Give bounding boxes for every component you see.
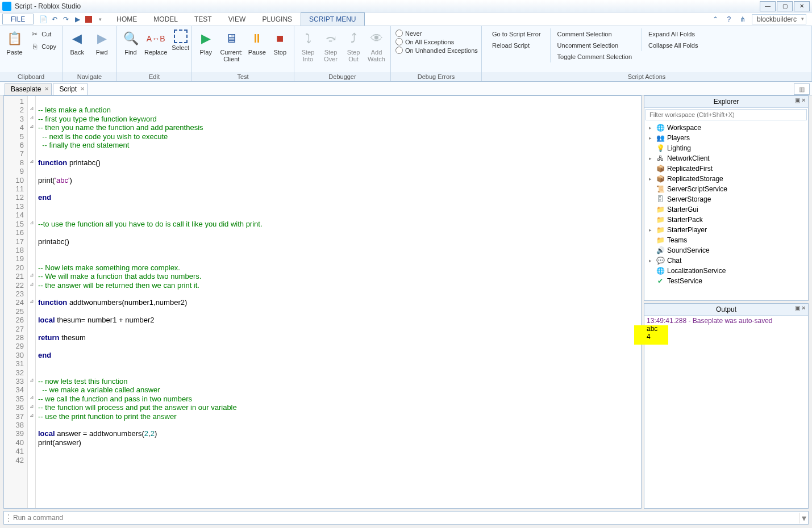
comment-selection[interactable]: Comment Selection [555,30,634,39]
tab-layout-icon[interactable]: ▥ [794,83,810,95]
output-line: 13:49:41.288 - Baseplate was auto-saved [647,317,806,325]
command-drop-icon[interactable]: ▾ [799,513,808,523]
menu-tab-view[interactable]: VIEW [220,12,255,26]
tree-node-startergui[interactable]: 📁StarterGui [646,204,807,215]
titlebar: Script - Roblox Studio — ▢ ✕ [0,0,812,12]
code-editor[interactable]: 1234567891011121314151617181920212223242… [3,95,642,509]
tree-node-serverscriptservice[interactable]: 📜ServerScriptService [646,184,807,194]
test-group-label: Test [192,72,294,81]
replace-button[interactable]: A↔BReplace [143,28,168,57]
current-client-button[interactable]: 🖥Current:Client [219,28,245,64]
add-watch-button[interactable]: 👁Add Watch [366,28,387,64]
tree-node-networkclient[interactable]: ▸🖧NetworkClient [646,153,807,164]
close-tab-icon[interactable]: ✕ [44,86,49,92]
close-button[interactable]: ✕ [794,1,810,11]
doctab-baseplate[interactable]: Baseplate✕ [5,83,52,95]
doctab-script[interactable]: Script✕ [53,83,88,95]
window-title: Script - Roblox Studio [15,2,81,10]
menu-tab-script-menu[interactable]: SCRIPT MENU [301,12,364,26]
scriptactions-group-label: Script Actions [482,72,811,81]
maximize-button[interactable]: ▢ [777,1,793,11]
grip-icon[interactable]: ⋮⋮ [4,513,11,523]
menu-bar: FILE 📄 ↶ ↷ ▶ ▾ HOMEMODELTESTVIEWPLUGINSS… [0,12,812,26]
output-body: 13:49:41.288 - Baseplate was auto-saveda… [644,316,808,508]
edit-group-label: Edit [117,72,191,81]
step-over-button[interactable]: ⤼Step Over [320,28,341,64]
back-button[interactable]: ◀Back [66,28,89,57]
copy-button[interactable]: ⎘Copy [28,41,59,52]
stop-qat-icon[interactable] [84,14,94,24]
tree-node-testservice[interactable]: ✔TestService [646,276,807,286]
app-icon [2,2,11,11]
debugger-group-label: Debugger [294,72,390,81]
close-panel-icon[interactable]: ✕ [801,97,806,103]
debugerrors-group-label: Debug Errors [391,72,481,81]
output-header: Output ▣✕ [644,304,808,316]
tree-node-workspace[interactable]: ▸🌐Workspace [646,123,807,133]
menu-tab-plugins[interactable]: PLUGINS [254,12,301,26]
tree-node-replicatedstorage[interactable]: ▸📦ReplicatedStorage [646,174,807,184]
clipboard-group-label: Clipboard [0,72,62,81]
tree-node-serverstorage[interactable]: 🗄ServerStorage [646,194,807,204]
help-icon[interactable]: ? [724,15,734,23]
menu-tab-model[interactable]: MODEL [145,12,186,26]
explorer-header: Explorer ▣✕ [644,96,808,108]
output-line: 4 [647,333,806,341]
play-qat-icon[interactable]: ▶ [72,14,82,24]
step-into-button[interactable]: ⤵Step Into [298,28,318,64]
onunhandled-radio[interactable]: On Unhandled Exceptions [395,47,478,54]
undock-output-icon[interactable]: ▣ [795,305,800,311]
cut-button[interactable]: ✂Cut [28,28,59,40]
tree-node-lighting[interactable]: 💡Lighting [646,143,807,153]
play-button[interactable]: ▶Play [195,28,216,57]
tree-node-chat[interactable]: ▸💬Chat [646,255,807,266]
toggle-comment-selection[interactable]: Toggle Comment Selection [555,52,634,61]
paste-button[interactable]: 📋Paste [3,28,26,57]
tree-node-localizationservice[interactable]: 🌐LocalizationService [646,266,807,276]
reload-script[interactable]: Reload Script [490,41,543,50]
redo-icon[interactable]: ↷ [61,14,71,24]
undock-icon[interactable]: ▣ [795,97,800,103]
navigate-group-label: Navigate [63,72,116,81]
never-radio[interactable]: Never [395,30,478,37]
expand-all-folds[interactable]: Expand All Folds [646,30,700,39]
fold-column[interactable]: ⊿⊿⊿ ⊿ ⊿ ⊿⊿ ⊿ ⊿ ⊿⊿⊿ [28,96,36,508]
tree-node-teams[interactable]: 📁Teams [646,235,807,245]
user-menu[interactable]: blockbuilderc [752,14,806,24]
pause-button[interactable]: ⏸Pause [247,28,268,57]
undo-icon[interactable]: ↶ [49,14,60,24]
new-icon[interactable]: 📄 [38,14,48,24]
file-menu[interactable]: FILE [2,14,34,24]
collapse-all-folds[interactable]: Collapse All Folds [646,41,700,50]
tree-node-players[interactable]: ▸👥Players [646,133,807,143]
document-tabs: Baseplate✕Script✕ ▥ [0,82,812,95]
output-line: abc [647,325,806,333]
qat-drop-icon[interactable]: ▾ [95,14,105,24]
goto-script-error[interactable]: Go to Script Error [490,30,543,39]
uncomment-selection[interactable]: Uncomment Selection [555,41,634,50]
tree-node-soundservice[interactable]: 🔊SoundService [646,245,807,255]
share-icon[interactable]: ⋔ [738,15,747,23]
command-bar[interactable]: ⋮⋮ ▾ [3,511,809,525]
onall-radio[interactable]: On All Exceptions [395,38,478,45]
line-gutter: 1234567891011121314151617181920212223242… [4,96,28,508]
stop-button[interactable]: ■Stop [270,28,291,57]
tree-node-replicatedfirst[interactable]: 📦ReplicatedFirst [646,164,807,174]
menu-tab-test[interactable]: TEST [186,12,220,26]
fwd-button[interactable]: ▶Fwd [91,28,114,57]
ribbon: 📋Paste ✂Cut ⎘Copy Clipboard ◀Back ▶Fwd N… [0,26,812,82]
code-body[interactable]: -- lets make a function-- first you type… [36,96,641,508]
tree-node-starterplayer[interactable]: ▸📁StarterPlayer [646,225,807,235]
command-input[interactable] [11,512,799,524]
select-button[interactable]: Select [170,28,190,52]
minimize-button[interactable]: — [760,1,776,11]
close-output-icon[interactable]: ✕ [801,305,806,311]
close-tab-icon[interactable]: ✕ [80,86,85,92]
collapse-ribbon-icon[interactable]: ⌃ [711,15,720,23]
menu-tab-home[interactable]: HOME [109,12,145,26]
tree-node-starterpack[interactable]: 📁StarterPack [646,215,807,225]
explorer-tree[interactable]: ▸🌐Workspace▸👥Players💡Lighting▸🖧NetworkCl… [644,121,808,300]
explorer-filter-input[interactable] [646,109,807,120]
find-button[interactable]: 🔍Find [120,28,141,57]
step-out-button[interactable]: ⤴Step Out [343,28,364,64]
